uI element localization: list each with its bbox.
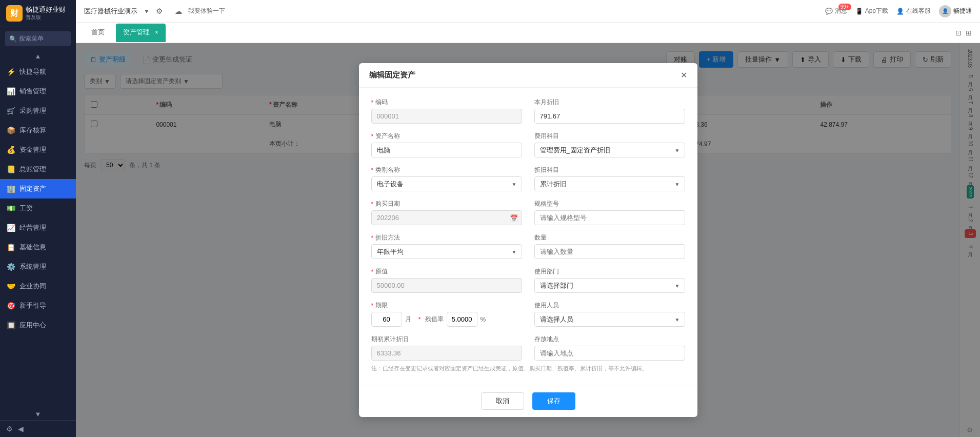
code-input[interactable]	[371, 109, 522, 124]
sidebar-item-ledger[interactable]: 📒 总账管理	[0, 160, 76, 179]
tab-restore-button[interactable]: ⊡	[955, 29, 962, 37]
dep-method-select[interactable]: 年限平均	[371, 244, 522, 259]
app-edition: 普及版	[26, 14, 66, 21]
form-row-monthly-dep: 本月折旧	[534, 98, 685, 124]
save-button[interactable]: 保存	[532, 392, 575, 410]
monthly-dep-label: 本月折旧	[534, 98, 685, 107]
original-value-input[interactable]	[371, 278, 522, 293]
form-row-dep-subject: 折旧科目 累计折旧	[534, 166, 685, 191]
sidebar-item-payroll[interactable]: 💵 工资	[0, 198, 76, 218]
service-icon: 👤	[896, 8, 904, 15]
tab-home[interactable]: 首页	[84, 24, 112, 42]
payroll-icon: 💵	[6, 204, 15, 213]
form-row-period-residual: * 期限 月 * 残值率 %	[371, 301, 522, 327]
period-residual-row: 月 * 残值率 %	[371, 312, 522, 327]
app-name: 畅捷通好业财	[26, 6, 66, 14]
category-label: * 类别名称	[371, 166, 522, 174]
sidebar-item-label: 工资	[19, 204, 33, 213]
sidebar-item-quick-nav[interactable]: ⚡ 快捷导航	[0, 62, 76, 82]
monthly-dep-input[interactable]	[534, 109, 685, 124]
period-input[interactable]	[371, 312, 402, 327]
code-label: * 编码	[371, 98, 522, 107]
form-row-code: * 编码	[371, 98, 522, 124]
cloud-icon: ☁	[175, 7, 182, 15]
dialog-title: 编辑固定资产	[369, 70, 415, 80]
sidebar-scroll-up[interactable]: ▲	[0, 50, 76, 62]
asset-name-input[interactable]	[371, 143, 522, 157]
tab-asset-management[interactable]: 资产管理 ×	[116, 24, 166, 42]
dialog-note: 注：已经存在变更记录或者对应固定资产已经生成凭证，原值、购买日期、残值率、累计折…	[371, 365, 685, 374]
form-row-expense-subject: 费用科目 管理费用_固定资产折旧	[534, 132, 685, 157]
sidebar-scroll-down[interactable]: ▼	[0, 408, 76, 420]
collapse-sidebar-icon[interactable]: ◀	[18, 425, 24, 433]
fixed-assets-icon: 🏢	[6, 184, 15, 193]
user-name: 畅捷通	[953, 7, 972, 15]
sidebar-item-label: 资金管理	[19, 145, 46, 154]
sidebar-item-operations[interactable]: 📈 经营管理	[0, 218, 76, 237]
department-label: 使用部门	[534, 267, 685, 276]
person-select[interactable]: 请选择人员	[534, 312, 685, 327]
sidebar-search-area: 🔍 搜索菜单	[0, 27, 76, 50]
chevron-down-icon[interactable]: ▼	[144, 8, 150, 15]
sidebar-item-app-center[interactable]: 🔲 应用中心	[0, 315, 76, 335]
sidebar-item-finance[interactable]: 💰 资金管理	[0, 140, 76, 160]
sidebar-logo: 财 畅捷通好业财 普及版	[0, 0, 76, 27]
dep-subject-select[interactable]: 累计折旧	[534, 176, 685, 191]
edit-asset-dialog: 编辑固定资产 ✕ * 编码	[359, 63, 697, 417]
form-row-dep-method: * 折旧方法 年限平均	[371, 233, 522, 259]
message-button[interactable]: 💬 消息 99+	[825, 7, 847, 15]
expense-subject-select[interactable]: 管理费用_固定资产折旧	[534, 143, 685, 157]
user-menu-button[interactable]: 👤 畅捷通	[939, 5, 972, 17]
sidebar-item-label: 新手引导	[19, 301, 46, 310]
sidebar-item-fixed-assets[interactable]: 🏢 固定资产	[0, 179, 76, 198]
experience-text[interactable]: 我要体验一下	[188, 7, 225, 15]
sidebar-bottom: ⚙ ◀	[0, 420, 76, 437]
tab-expand-button[interactable]: ⊞	[966, 29, 972, 37]
search-menu-button[interactable]: 🔍 搜索菜单	[5, 31, 71, 46]
category-select[interactable]: 电子设备	[371, 176, 522, 191]
app-name-block: 畅捷通好业财 普及版	[26, 6, 66, 22]
tab-home-label: 首页	[91, 28, 105, 36]
sidebar-item-label: 系统管理	[19, 262, 46, 271]
search-icon: 🔍	[9, 35, 17, 43]
settings-bottom-icon[interactable]: ⚙	[6, 425, 13, 433]
category-select-wrap: 电子设备	[371, 176, 522, 191]
cancel-button[interactable]: 取消	[481, 392, 524, 410]
quantity-label: 数量	[534, 233, 685, 242]
storage-input[interactable]	[534, 346, 685, 361]
base-info-icon: 📋	[6, 243, 15, 252]
residual-rate-input[interactable]	[447, 312, 477, 327]
initial-dep-input[interactable]	[371, 346, 522, 361]
topbar-right: 💬 消息 99+ 📱 App下载 👤 在线客服 👤 畅捷通	[825, 5, 972, 17]
person-label: 使用人员	[534, 301, 685, 310]
sidebar-item-collab[interactable]: 🤝 企业协同	[0, 276, 76, 296]
sidebar-item-guide[interactable]: 🎯 新手引导	[0, 296, 76, 315]
message-icon: 💬	[825, 8, 833, 15]
sidebar-item-base-info[interactable]: 📋 基础信息	[0, 237, 76, 257]
period-label: * 期限	[371, 301, 522, 310]
form-row-asset-name: * 资产名称	[371, 132, 522, 157]
finance-icon: 💰	[6, 145, 15, 154]
tabbar: 首页 资产管理 × ⊡ ⊞	[76, 23, 980, 43]
user-avatar: 👤	[939, 5, 951, 17]
form-row-storage: 存放地点	[534, 335, 685, 361]
department-select[interactable]: 请选择部门	[534, 278, 685, 293]
online-service-label: 在线客服	[906, 7, 931, 15]
tab-close-icon[interactable]: ×	[155, 29, 158, 36]
sidebar-item-purchase[interactable]: 🛒 采购管理	[0, 101, 76, 121]
sidebar-item-sales[interactable]: 📊 销售管理	[0, 82, 76, 101]
online-service-button[interactable]: 👤 在线客服	[896, 7, 931, 15]
app-download-button[interactable]: 📱 App下载	[855, 7, 888, 15]
sidebar-item-label: 经营管理	[19, 223, 46, 232]
sidebar-item-inventory[interactable]: 📦 库存核算	[0, 121, 76, 140]
spec-model-input[interactable]	[534, 210, 685, 225]
settings-icon[interactable]: ⚙	[156, 7, 163, 16]
quantity-input[interactable]	[534, 244, 685, 259]
operations-icon: 📈	[6, 223, 15, 232]
sidebar-item-system[interactable]: ⚙️ 系统管理	[0, 257, 76, 276]
modal-overlay: 编辑固定资产 ✕ * 编码	[76, 43, 980, 437]
expense-subject-select-wrap: 管理费用_固定资产折旧	[534, 143, 685, 157]
topbar: 医疗器械行业演示 ▼ ⚙ ☁ 我要体验一下 💬 消息 99+ 📱 App下载 👤…	[76, 0, 980, 23]
purchase-date-input[interactable]	[371, 210, 522, 225]
dialog-close-button[interactable]: ✕	[681, 70, 687, 80]
